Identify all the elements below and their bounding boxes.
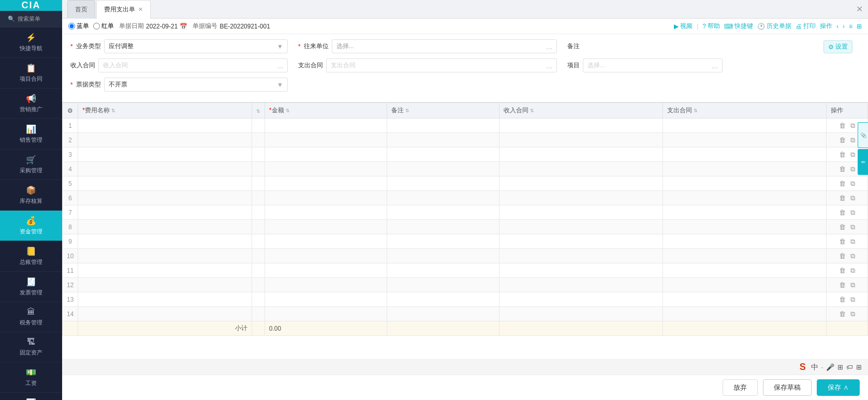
amount-cell[interactable] <box>264 133 387 147</box>
delete-icon[interactable]: 🗑 <box>839 266 846 274</box>
note-cell[interactable] <box>387 263 499 278</box>
income-contract-cell[interactable] <box>499 162 663 176</box>
amount-cell[interactable] <box>264 205 387 220</box>
amount-cell[interactable] <box>264 234 387 249</box>
delete-icon[interactable]: 🗑 <box>839 165 846 173</box>
setting-button[interactable]: ⚙ 设置 <box>823 40 852 53</box>
expense-name-cell[interactable] <box>78 278 252 292</box>
income-contract-cell[interactable] <box>499 263 663 278</box>
sidebar-item-xiaoshou[interactable]: 📊 销售管理 <box>0 119 62 150</box>
delete-icon[interactable]: 🗑 <box>839 295 846 303</box>
expense-contract-input[interactable]: 支出合同 ... <box>326 58 557 72</box>
amount-cell[interactable] <box>264 263 387 278</box>
income-contract-cell[interactable] <box>499 249 663 263</box>
tab-close-icon[interactable]: ✕ <box>138 6 143 13</box>
income-contract-cell[interactable] <box>499 220 663 234</box>
ime-chinese-icon[interactable]: 中 <box>811 363 818 372</box>
income-contract-cell[interactable] <box>499 292 663 307</box>
copy-icon[interactable]: ⧉ <box>850 295 855 303</box>
copy-icon[interactable]: ⧉ <box>850 281 855 289</box>
partner-input[interactable]: 选择... ... <box>332 39 557 53</box>
expense-contract-cell[interactable] <box>663 176 826 191</box>
nav-prev-btn[interactable]: ‹ <box>836 23 838 30</box>
sort-icon-3[interactable]: ⇅ <box>405 108 409 113</box>
biz-type-select[interactable]: 应付调整 ▼ <box>104 39 288 53</box>
income-contract-cell[interactable] <box>499 176 663 191</box>
income-contract-cell[interactable] <box>499 133 663 147</box>
ime-tag-icon[interactable]: 🏷 <box>846 363 853 371</box>
expense-contract-cell[interactable] <box>663 292 826 307</box>
sidebar-item-fapiao[interactable]: 🧾 发票管理 <box>0 272 62 302</box>
blue-bill-input[interactable] <box>68 23 75 29</box>
expense-contract-cell[interactable] <box>663 220 826 234</box>
amount-cell[interactable] <box>264 220 387 234</box>
delete-icon[interactable]: 🗑 <box>839 310 846 318</box>
expense-contract-cell[interactable] <box>663 307 826 321</box>
expense-contract-cell[interactable] <box>663 249 826 263</box>
expense-name-cell[interactable] <box>78 220 252 234</box>
expense-name-cell[interactable] <box>78 263 252 278</box>
note-cell[interactable] <box>387 205 499 220</box>
operation-btn[interactable]: 操作 <box>820 22 832 31</box>
sort-handle-icon[interactable]: ⇅ <box>256 109 260 114</box>
amount-cell[interactable] <box>264 162 387 176</box>
expense-contract-cell[interactable] <box>663 263 826 278</box>
delete-icon[interactable]: 🗑 <box>839 238 846 245</box>
income-contract-cell[interactable] <box>499 307 663 321</box>
tab-home[interactable]: 首页 <box>67 0 95 19</box>
print-btn[interactable]: 🖨 打印 <box>796 22 816 31</box>
expense-contract-cell[interactable] <box>663 234 826 249</box>
list-view-btn[interactable]: ≡ <box>849 23 852 30</box>
expense-contract-cell[interactable] <box>663 147 826 162</box>
delete-icon[interactable]: 🗑 <box>839 281 846 289</box>
sidebar-item-zhangshu[interactable]: 📒 总账管理 <box>0 241 62 272</box>
blue-bill-radio[interactable]: 蓝单 <box>68 22 89 31</box>
expense-contract-cell[interactable] <box>663 191 826 205</box>
expense-name-cell[interactable] <box>78 234 252 249</box>
copy-icon[interactable]: ⧉ <box>850 223 855 231</box>
note-cell[interactable] <box>387 307 499 321</box>
history-btn[interactable]: 🕐 历史单据 <box>757 22 791 31</box>
expense-name-cell[interactable] <box>78 307 252 321</box>
income-contract-cell[interactable] <box>499 234 663 249</box>
income-contract-input[interactable]: 收入合同 ... <box>98 58 288 72</box>
delete-icon[interactable]: 🗑 <box>839 252 846 260</box>
right-panel-note-btn[interactable]: ✏ <box>858 149 868 175</box>
red-bill-radio[interactable]: 红单 <box>93 22 114 31</box>
copy-icon[interactable]: ⧉ <box>850 180 855 187</box>
note-cell[interactable] <box>387 147 499 162</box>
income-contract-cell[interactable] <box>499 205 663 220</box>
copy-icon[interactable]: ⧉ <box>850 238 855 245</box>
sidebar-item-kuaijie[interactable]: ⚡ 快捷导航 <box>0 27 62 58</box>
delete-icon[interactable]: 🗑 <box>839 180 846 187</box>
sidebar-item-yingxiao[interactable]: 📢 营销推广 <box>0 88 62 119</box>
table-header-gear[interactable]: ⚙ <box>63 103 78 118</box>
note-cell[interactable] <box>387 118 499 133</box>
sidebar-item-xiangmu[interactable]: 📋 项目合同 <box>0 58 62 88</box>
sidebar-item-zijin[interactable]: 💰 资金管理 <box>0 211 62 241</box>
calendar-icon[interactable]: 📅 <box>180 23 187 30</box>
right-panel-attach-btn[interactable]: 📎 <box>858 122 868 148</box>
expense-contract-cell[interactable] <box>663 133 826 147</box>
ime-apps-icon[interactable]: ⊞ <box>856 363 862 371</box>
amount-cell[interactable] <box>264 307 387 321</box>
amount-cell[interactable] <box>264 292 387 307</box>
note-cell[interactable] <box>387 249 499 263</box>
copy-icon[interactable]: ⧉ <box>850 122 855 129</box>
delete-icon[interactable]: 🗑 <box>839 122 846 129</box>
note-cell[interactable] <box>387 176 499 191</box>
expense-name-cell[interactable] <box>78 147 252 162</box>
help-btn[interactable]: ? 帮助 <box>702 22 720 31</box>
sort-icon[interactable]: ⇅ <box>111 108 115 113</box>
expense-contract-cell[interactable] <box>663 118 826 133</box>
tab-expense[interactable]: 费用支出单 ✕ <box>96 0 151 19</box>
expense-name-cell[interactable] <box>78 162 252 176</box>
expense-name-cell[interactable] <box>78 176 252 191</box>
save-button[interactable]: 保存 ∧ <box>817 379 860 396</box>
note-cell[interactable] <box>387 220 499 234</box>
expense-name-cell[interactable] <box>78 292 252 307</box>
amount-cell[interactable] <box>264 278 387 292</box>
ime-grid-icon[interactable]: ⊞ <box>837 363 843 371</box>
income-contract-cell[interactable] <box>499 147 663 162</box>
expense-contract-cell[interactable] <box>663 162 826 176</box>
